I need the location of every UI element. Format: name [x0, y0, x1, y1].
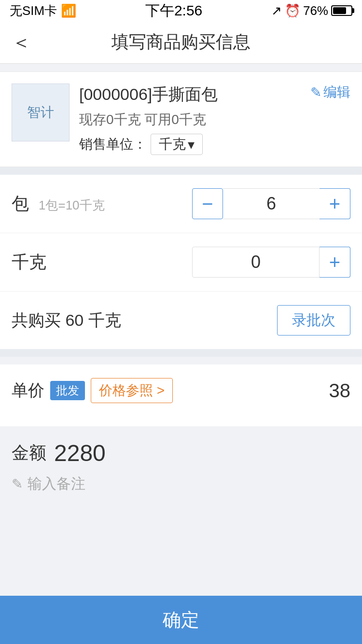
qty-controls-kg: +: [192, 247, 350, 278]
section-divider-1: [0, 167, 362, 175]
qty-plus-kg[interactable]: +: [320, 247, 350, 278]
summary-text: 共购买 60 千克: [12, 309, 121, 332]
price-left: 单价 批发 价格参照 >: [12, 378, 173, 403]
amount-row: 金额 2280: [12, 440, 350, 466]
dropdown-icon: ▾: [188, 137, 195, 153]
product-image: 智计: [12, 84, 70, 141]
qty-input-bao[interactable]: [223, 188, 320, 219]
status-time: 下午2:56: [145, 1, 202, 21]
status-left: 无SIM卡 📶: [10, 2, 76, 19]
price-label: 单价: [12, 379, 44, 402]
quantity-row-bao: 包 1包=10千克 − +: [0, 175, 362, 233]
price-value: 38: [329, 380, 351, 402]
amount-value: 2280: [54, 440, 106, 466]
unit-select[interactable]: 千克 ▾: [151, 134, 203, 155]
battery-percent: 76%: [303, 3, 328, 18]
product-unit: 销售单位： 千克 ▾: [79, 134, 350, 155]
batch-button[interactable]: 录批次: [277, 305, 350, 336]
qty-unit-bao: 包: [12, 194, 29, 213]
product-info: [0000006]手撕面包 现存0千克 可用0千克 销售单位： 千克 ▾: [79, 84, 350, 155]
status-right: ↗ ⏰ 76%: [271, 3, 352, 18]
price-section: 单价 批发 价格参照 > 38: [0, 364, 362, 426]
edit-icon: ✎: [310, 84, 321, 100]
qty-hint-bao: 1包=10千克: [39, 198, 105, 212]
price-row: 单价 批发 价格参照 > 38: [12, 378, 350, 403]
remark-placeholder: 输入备注: [28, 474, 85, 494]
qty-plus-bao[interactable]: +: [320, 188, 350, 219]
carrier-label: 无SIM卡: [10, 2, 57, 19]
qty-minus-bao[interactable]: −: [192, 188, 223, 219]
remark-pencil-icon: ✎: [12, 476, 23, 492]
product-card: 智计 [0000006]手撕面包 现存0千克 可用0千克 销售单位： 千克 ▾ …: [0, 71, 362, 167]
page-title: 填写商品购买信息: [111, 30, 251, 54]
qty-unit-kg: 千克: [12, 252, 46, 272]
alarm-icon: ⏰: [285, 3, 300, 18]
battery-bar: [331, 5, 352, 16]
wifi-icon: 📶: [61, 3, 76, 18]
qty-controls-bao: − +: [192, 188, 350, 219]
unit-value: 千克: [159, 135, 186, 154]
back-button[interactable]: ＜: [12, 29, 31, 56]
remark-row[interactable]: ✎ 输入备注: [12, 474, 350, 494]
product-stock: 现存0千克 可用0千克: [79, 111, 350, 129]
battery-fill: [333, 7, 346, 14]
qty-label-bao: 包 1包=10千克: [12, 192, 192, 216]
quantity-row-kg: 千克 +: [0, 233, 362, 292]
edit-label: 编辑: [323, 83, 350, 101]
edit-button[interactable]: ✎ 编辑: [310, 83, 350, 101]
price-ref-button[interactable]: 价格参照 >: [91, 378, 173, 403]
product-name: [0000006]手撕面包: [79, 84, 350, 106]
nav-bar: ＜ 填写商品购买信息: [0, 21, 362, 64]
amount-section: 金额 2280 ✎ 输入备注: [0, 426, 362, 504]
product-logo: 智计: [27, 103, 54, 122]
amount-label: 金额: [12, 441, 46, 465]
section-divider-2: [0, 349, 362, 357]
summary-row: 共购买 60 千克 录批次: [0, 292, 362, 349]
quantity-section: 包 1包=10千克 − + 千克 +: [0, 175, 362, 292]
confirm-button[interactable]: 确定: [0, 596, 362, 644]
location-icon: ↗: [271, 3, 282, 18]
qty-input-kg[interactable]: [192, 247, 320, 278]
qty-label-kg: 千克: [12, 251, 192, 274]
product-card-wrapper: 智计 [0000006]手撕面包 现存0千克 可用0千克 销售单位： 千克 ▾ …: [0, 71, 362, 167]
unit-label: 销售单位：: [79, 135, 147, 154]
price-tag: 批发: [50, 381, 85, 400]
status-bar: 无SIM卡 📶 下午2:56 ↗ ⏰ 76%: [0, 0, 362, 21]
